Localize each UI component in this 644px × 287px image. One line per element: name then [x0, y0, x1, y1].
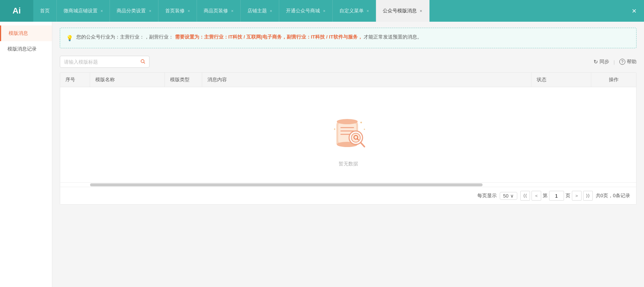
th-name: 模版名称	[90, 73, 165, 87]
page-number-input[interactable]	[549, 191, 564, 201]
notice-prefix: 您的公众号行业为：主营行业：，副营行业：	[76, 34, 173, 40]
total-text: 共0页，0条记录	[596, 192, 630, 199]
page-unit-label: 页	[566, 192, 570, 199]
sync-icon: ↻	[594, 59, 598, 65]
main-layout: 模版消息 模版消息记录 💡 您的公众号行业为：主营行业：，副营行业： 需要设置为…	[0, 22, 644, 287]
pagination-row: 每页显示 50 ∨ ⟨⟨ ＜ 第 页 ＞ ⟩⟩ 共0页，0条记录	[60, 187, 636, 204]
tab-homepage-decoration[interactable]: 首页装修 ×	[158, 0, 197, 22]
search-input-wrap[interactable]	[60, 56, 150, 68]
tab-product-decoration-label: 商品页装修	[204, 7, 228, 14]
help-icon: ?	[619, 59, 625, 65]
notice-highlight: 需要设置为：主营行业：IT科技 / 互联网|电子商务，副营行业：IT科技 / I…	[175, 34, 363, 40]
tab-product-decoration[interactable]: 商品页装修 ×	[197, 0, 240, 22]
table-header: 序号 模版名称 模版类型 消息内容 状态 操作	[60, 73, 636, 87]
th-status: 状态	[531, 73, 591, 87]
notice-text: 您的公众号行业为：主营行业：，副营行业： 需要设置为：主营行业：IT科技 / 互…	[76, 33, 422, 41]
help-button[interactable]: ? 帮助	[619, 58, 637, 65]
sidebar-item-template-message-record-label: 模版消息记录	[7, 46, 37, 52]
tab-custom-menu-label: 自定义菜单	[339, 7, 364, 14]
tab-custom-menu-close[interactable]: ×	[367, 9, 369, 13]
page-di-label: 第	[543, 192, 548, 199]
svg-text:✦: ✦	[360, 120, 363, 125]
tab-home[interactable]: 首页	[33, 0, 57, 22]
tab-homepage-decoration-close[interactable]: ×	[188, 9, 190, 13]
tab-bar: Ai 首页 微商城店铺设置 × 商品分类设置 × 首页装修 × 商品页装修 × …	[0, 0, 644, 22]
tab-store-theme-label: 店铺主题	[247, 7, 267, 14]
page-first-button[interactable]: ⟨⟨	[520, 191, 530, 201]
empty-state: ✦ ✦ ✦ 暂无数据	[60, 87, 636, 182]
tab-open-mall-close[interactable]: ×	[323, 9, 325, 13]
sync-button[interactable]: ↻ 同步	[594, 58, 609, 65]
page-prev-button[interactable]: ＜	[531, 191, 541, 201]
th-content: 消息内容	[202, 73, 531, 87]
notice-box: 💡 您的公众号行业为：主营行业：，副营行业： 需要设置为：主营行业：IT科技 /…	[60, 28, 637, 48]
tab-custom-menu[interactable]: 自定义菜单 ×	[333, 0, 376, 22]
tab-store-settings[interactable]: 微商城店铺设置 ×	[57, 0, 110, 22]
sync-label: 同步	[600, 58, 609, 65]
svg-point-8	[337, 119, 358, 124]
tab-store-settings-close[interactable]: ×	[101, 9, 103, 13]
tab-store-settings-label: 微商城店铺设置	[64, 7, 98, 14]
tab-template-message-close[interactable]: ×	[420, 9, 422, 13]
empty-illustration: ✦ ✦ ✦	[326, 110, 371, 155]
tab-template-message-label: 公众号模版消息	[383, 7, 417, 14]
svg-line-1	[144, 62, 145, 63]
app-logo: Ai	[0, 0, 33, 22]
tab-category-settings[interactable]: 商品分类设置 ×	[110, 0, 158, 22]
bulb-icon: 💡	[66, 34, 73, 43]
tab-template-message[interactable]: 公众号模版消息 ×	[376, 0, 429, 22]
help-label: 帮助	[627, 58, 637, 65]
sidebar: 模版消息 模版消息记录	[0, 22, 52, 287]
th-seq: 序号	[60, 73, 90, 87]
search-row: ↻ 同步 | ? 帮助	[60, 56, 637, 68]
svg-text:✦: ✦	[333, 128, 336, 131]
tab-category-settings-label: 商品分类设置	[117, 7, 146, 14]
page-navigation: ⟨⟨ ＜ 第 页 ＞ ⟩⟩	[520, 191, 593, 201]
tab-store-theme-close[interactable]: ×	[270, 9, 272, 13]
th-action: 操作	[591, 73, 636, 87]
tab-product-decoration-close[interactable]: ×	[231, 9, 233, 13]
sidebar-item-template-message-record[interactable]: 模版消息记录	[0, 41, 52, 57]
page-next-button[interactable]: ＞	[572, 191, 582, 201]
search-input[interactable]	[64, 59, 140, 65]
tab-homepage-decoration-label: 首页装修	[165, 7, 185, 14]
content-area: 💡 您的公众号行业为：主营行业：，副营行业： 需要设置为：主营行业：IT科技 /…	[52, 22, 644, 287]
per-page-chevron-icon: ∨	[510, 193, 514, 199]
toolbar-right: ↻ 同步 | ? 帮助	[594, 58, 637, 65]
sidebar-item-template-message-label: 模版消息	[9, 30, 28, 36]
svg-text:✦: ✦	[363, 128, 366, 131]
per-page-label: 每页显示	[477, 192, 497, 199]
empty-text: 暂无数据	[339, 161, 358, 167]
tab-category-settings-close[interactable]: ×	[149, 9, 151, 13]
data-table: 序号 模版名称 模版类型 消息内容 状态 操作	[60, 72, 637, 205]
svg-point-11	[351, 133, 360, 142]
tab-open-mall-label: 开通公众号商城	[286, 7, 320, 14]
per-page-select[interactable]: 50 ∨	[500, 192, 517, 200]
th-type: 模版类型	[165, 73, 202, 87]
search-icon[interactable]	[140, 59, 145, 65]
page-last-button[interactable]: ⟩⟩	[583, 191, 593, 201]
global-close-button[interactable]: ✕	[624, 0, 644, 22]
tab-store-theme[interactable]: 店铺主题 ×	[241, 0, 279, 22]
scrollbar-thumb[interactable]	[90, 183, 483, 186]
notice-suffix: 才能正常发送预置的消息。	[364, 34, 422, 40]
per-page-value: 50	[503, 193, 508, 199]
svg-line-12	[361, 143, 364, 147]
horizontal-scrollbar[interactable]	[60, 182, 636, 187]
toolbar-divider: |	[614, 59, 615, 65]
tab-open-mall[interactable]: 开通公众号商城 ×	[279, 0, 332, 22]
tab-home-label: 首页	[40, 7, 50, 14]
sidebar-item-template-message[interactable]: 模版消息	[0, 25, 52, 41]
